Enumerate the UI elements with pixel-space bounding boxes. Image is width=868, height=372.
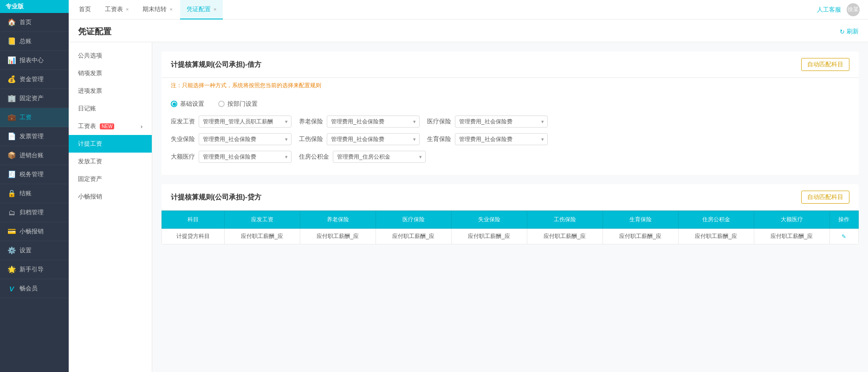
select-zfgjj-input[interactable]: 管理费用_住房公积金	[333, 151, 426, 163]
refresh-button[interactable]: ↻ 刷新	[840, 27, 859, 36]
select-yljr[interactable]: 管理费用_社会保险费	[327, 115, 420, 128]
sidebar-item-label: 归档管理	[19, 208, 44, 217]
expand-icon: ›	[141, 123, 143, 130]
menu-journal[interactable]: 日记账	[69, 100, 152, 117]
sidebar-item-xiaochang[interactable]: 💳 小畅报销	[0, 222, 69, 241]
debit-form-row-1: 应发工资 管理费用_管理人员职工薪酬 养老保险 管理费用_社会保险费	[171, 115, 849, 128]
menu-purchase-invoice[interactable]: 进项发票	[69, 82, 152, 100]
tab-voucher-close[interactable]: ×	[214, 6, 216, 12]
sidebar-item-inventory[interactable]: 📦 进销台账	[0, 146, 69, 165]
field-yljr2: 医疗保险 管理费用_社会保险费	[427, 115, 548, 128]
assets-icon: 🏢	[7, 94, 16, 103]
tab-home-label: 首页	[79, 5, 91, 13]
cell-yfgz: 应付职工薪酬_应	[224, 229, 300, 244]
select-dayl-input[interactable]: 管理费用_社会保险费	[199, 151, 291, 163]
service-label[interactable]: 人工客服	[817, 6, 841, 14]
cell-action[interactable]: ✎	[829, 229, 858, 244]
page-title: 凭证配置	[78, 26, 111, 37]
xiaochang-icon: 💳	[7, 227, 16, 236]
right-content: 计提核算规则(公司承担)-借方 自动匹配科目 注：只能选择一种方式，系统将按照您…	[152, 42, 868, 372]
sidebar-header-label: 专业版	[6, 2, 24, 11]
menu-fixed-assets[interactable]: 固定资产	[69, 170, 152, 188]
sidebar-item-label: 工资	[19, 113, 32, 122]
select-yljr-input[interactable]: 管理费用_社会保险费	[327, 115, 420, 128]
sidebar-item-home[interactable]: 🏠 首页	[0, 13, 69, 32]
cell-subject: 计提贷方科目	[162, 229, 225, 244]
sidebar-item-guide[interactable]: 🌟 新手引导	[0, 260, 69, 279]
sidebar-item-closing[interactable]: 🔒 结账	[0, 184, 69, 203]
tab-voucher-label: 凭证配置	[187, 5, 211, 13]
tab-home[interactable]: 首页	[72, 0, 97, 19]
sidebar-item-assets[interactable]: 🏢 固定资产	[0, 89, 69, 108]
th-yljr2: 医疗保险	[376, 211, 451, 229]
sidebar-item-label: 发票管理	[19, 132, 44, 141]
label-syjr2: 生育保险	[427, 135, 451, 143]
th-syjr2: 生育保险	[602, 211, 678, 229]
sidebar-item-label: 新手引导	[19, 265, 44, 274]
sidebar-item-settings[interactable]: ⚙️ 设置	[0, 241, 69, 260]
credit-section: 计提核算规则(公司承担)-贷方 自动匹配科目 科目 应发工资 养老保险 医疗保险	[162, 184, 859, 244]
tab-voucher[interactable]: 凭证配置 ×	[180, 0, 223, 19]
tab-period-close[interactable]: ×	[169, 6, 172, 12]
settings-icon: ⚙️	[7, 246, 16, 255]
field-syjr2: 生育保险 管理费用_社会保险费	[427, 133, 548, 145]
sidebar-item-salary[interactable]: 💼 工资	[0, 108, 69, 127]
menu-expense[interactable]: 小畅报销	[69, 188, 152, 205]
tab-payroll[interactable]: 工资表 ×	[98, 0, 135, 19]
select-zfgjj[interactable]: 管理费用_住房公积金	[333, 151, 426, 163]
debit-section-body: 基础设置 按部门设置 应发工资	[162, 93, 859, 175]
select-yljr2-input[interactable]: 管理费用_社会保险费	[455, 115, 548, 128]
select-yljr2[interactable]: 管理费用_社会保险费	[455, 115, 548, 128]
select-yfgz[interactable]: 管理费用_管理人员职工薪酬	[199, 115, 291, 128]
menu-pay-salary[interactable]: 发放工资	[69, 153, 152, 170]
menu-public[interactable]: 公共选项	[69, 47, 152, 64]
menu-calc-salary[interactable]: 计提工资	[69, 135, 152, 153]
th-dayl: 大额医疗	[754, 211, 829, 229]
debit-auto-match-button[interactable]: 自动匹配科目	[801, 58, 849, 71]
menu-fixed-assets-label: 固定资产	[78, 175, 102, 183]
select-syjr2[interactable]: 管理费用_社会保险费	[455, 133, 548, 145]
sidebar-item-label: 资金管理	[19, 75, 44, 83]
reports-icon: 📊	[7, 56, 16, 64]
content-area: 凭证配置 ↻ 刷新 公共选项 销项发票 进项发票 日记账	[69, 19, 868, 372]
main-area: 首页 工资表 × 期末结转 × 凭证配置 × 人工客服 徐某 凭证配置 ↻ 刷新	[69, 0, 868, 372]
sidebar-item-archive[interactable]: 🗂 归档管理	[0, 203, 69, 222]
select-gsjr-input[interactable]: 管理费用_社会保险费	[327, 133, 420, 145]
dept-settings-label: 按部门设置	[227, 100, 258, 108]
field-yfgz: 应发工资 管理费用_管理人员职工薪酬	[171, 115, 291, 128]
sidebar-item-label: 设置	[19, 246, 32, 255]
select-dayl[interactable]: 管理费用_社会保险费	[199, 151, 291, 163]
sidebar-item-label: 小畅报销	[19, 227, 44, 236]
select-syjr2-input[interactable]: 管理费用_社会保险费	[455, 133, 548, 145]
sidebar-item-ledger[interactable]: 📒 总账	[0, 32, 69, 51]
tab-payroll-label: 工资表	[105, 5, 123, 13]
label-zfgjj: 住房公积金	[299, 153, 329, 161]
sidebar-item-invoices[interactable]: 📄 发票管理	[0, 127, 69, 146]
sidebar-item-capital[interactable]: 💰 资金管理	[0, 70, 69, 89]
tax-icon: 🧾	[7, 170, 16, 179]
menu-sales-invoice[interactable]: 销项发票	[69, 64, 152, 82]
sidebar-item-member[interactable]: V 畅会员	[0, 279, 69, 298]
user-avatar[interactable]: 徐某	[847, 3, 860, 16]
tab-period[interactable]: 期末结转 ×	[136, 0, 179, 19]
menu-payroll-table[interactable]: 工资表 NEW ›	[69, 117, 152, 135]
dept-settings-radio[interactable]: 按部门设置	[218, 100, 258, 108]
basic-settings-radio[interactable]: 基础设置	[171, 100, 204, 108]
select-syjr-input[interactable]: 管理费用_社会保险费	[199, 133, 291, 145]
select-gsjr[interactable]: 管理费用_社会保险费	[327, 133, 420, 145]
left-menu: 公共选项 销项发票 进项发票 日记账 工资表 NEW › 计提工资	[69, 42, 152, 372]
sidebar-item-reports[interactable]: 📊 报表中心	[0, 51, 69, 70]
debit-section-title: 计提核算规则(公司承担)-借方	[171, 60, 261, 69]
label-yljr: 养老保险	[299, 117, 323, 126]
edit-icon[interactable]: ✎	[842, 233, 846, 240]
sidebar-item-tax[interactable]: 🧾 税务管理	[0, 165, 69, 184]
sidebar-item-label: 报表中心	[19, 56, 44, 64]
menu-expense-label: 小畅报销	[78, 192, 102, 201]
select-yfgz-input[interactable]: 管理费用_管理人员职工薪酬	[199, 115, 291, 128]
credit-auto-match-button[interactable]: 自动匹配科目	[801, 191, 849, 204]
closing-icon: 🔒	[7, 189, 16, 198]
select-syjr[interactable]: 管理费用_社会保险费	[199, 133, 291, 145]
field-dayl: 大额医疗 管理费用_社会保险费	[171, 151, 291, 163]
settings-radio-group: 基础设置 按部门设置	[171, 100, 849, 108]
tab-payroll-close[interactable]: ×	[126, 6, 129, 12]
